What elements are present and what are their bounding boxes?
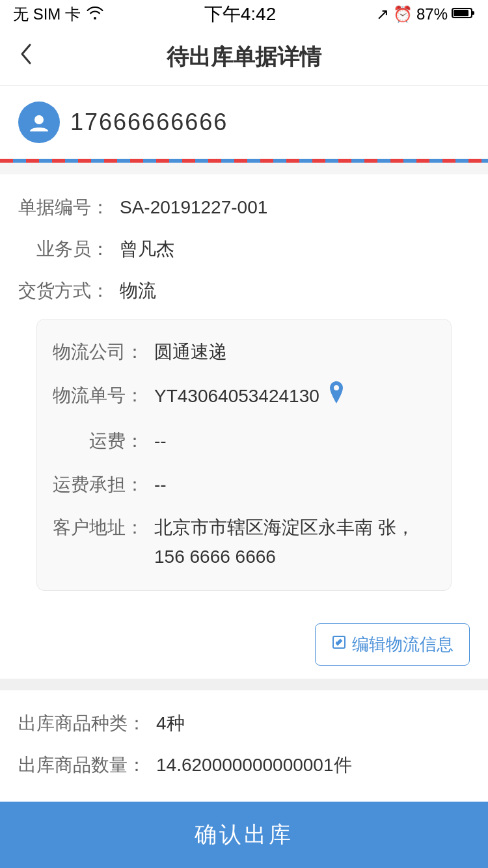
edit-logistics-button[interactable]: 编辑物流信息: [315, 623, 470, 666]
company-row: 物流公司： 圆通速递: [53, 338, 435, 367]
svg-point-3: [34, 115, 44, 124]
company-value: 圆通速递: [154, 338, 435, 367]
goods-type-row: 出库商品种类： 4种: [18, 710, 470, 737]
tracking-label: 物流单号：: [53, 381, 144, 411]
user-phone: 17666666666: [70, 109, 228, 136]
goods-quantity-label: 出库商品数量：: [18, 752, 146, 779]
salesman-value: 曾凡杰: [120, 236, 470, 263]
order-no-row: 单据编号： SA-20191227-001: [18, 194, 470, 221]
goods-section: 出库商品种类： 4种 出库商品数量： 14.620000000000001件: [0, 690, 488, 798]
freight-label: 运费：: [53, 427, 144, 456]
address-label: 客户地址：: [53, 513, 144, 543]
confirm-button[interactable]: 确认出库: [195, 820, 293, 850]
tracking-value: YT43064053424130: [154, 381, 435, 413]
dashed-divider: [0, 159, 488, 163]
order-no-value: SA-20191227-001: [120, 194, 470, 221]
status-left: 无 SIM 卡: [13, 4, 104, 25]
nav-bar: 待出库单据详情: [0, 29, 488, 86]
battery-label: 87%: [416, 5, 448, 23]
status-right: ↗ ⏰ 87%: [376, 5, 475, 23]
freight-bearer-value: --: [154, 470, 435, 500]
delivery-row: 交货方式： 物流: [18, 277, 470, 305]
company-label: 物流公司：: [53, 338, 144, 367]
order-no-label: 单据编号：: [18, 194, 109, 221]
wifi-icon: [86, 5, 104, 23]
delivery-label: 交货方式：: [18, 277, 109, 305]
location-status-icon: ↗: [376, 5, 389, 23]
goods-type-value: 4种: [156, 710, 470, 737]
confirm-button-container: 确认出库: [0, 802, 488, 868]
clock-icon: ⏰: [393, 5, 413, 23]
avatar: [18, 102, 60, 143]
freight-bearer-label: 运费承担：: [53, 470, 144, 500]
basic-info-section: 单据编号： SA-20191227-001 业务员： 曾凡杰 交货方式： 物流 …: [0, 174, 488, 610]
salesman-row: 业务员： 曾凡杰: [18, 236, 470, 263]
freight-row: 运费： --: [53, 427, 435, 456]
salesman-label: 业务员：: [18, 236, 109, 263]
goods-type-label: 出库商品种类：: [18, 710, 146, 737]
logistics-card: 物流公司： 圆通速递 物流单号： YT43064053424130 运费： --: [36, 319, 452, 591]
freight-value: --: [154, 427, 435, 456]
edit-icon: [331, 634, 347, 655]
page-title: 待出库单据详情: [167, 42, 321, 72]
back-button[interactable]: [18, 41, 34, 73]
status-bar: 无 SIM 卡 下午4:42 ↗ ⏰ 87%: [0, 0, 488, 29]
address-row: 客户地址： 北京市市辖区海淀区永丰南 张，156 6666 6666: [53, 513, 435, 572]
goods-quantity-value: 14.620000000000001件: [156, 752, 470, 779]
delivery-value: 物流: [120, 277, 470, 305]
goods-quantity-row: 出库商品数量： 14.620000000000001件: [18, 752, 470, 779]
status-time: 下午4:42: [204, 2, 277, 27]
tracking-location-icon[interactable]: [327, 381, 346, 413]
edit-logistics-label: 编辑物流信息: [352, 633, 454, 656]
svg-rect-1: [454, 10, 468, 16]
svg-rect-2: [472, 11, 474, 15]
edit-logistics-container: 编辑物流信息: [0, 610, 488, 679]
address-value: 北京市市辖区海淀区永丰南 张，156 6666 6666: [154, 513, 435, 572]
user-header: 17666666666: [0, 86, 488, 159]
tracking-row: 物流单号： YT43064053424130: [53, 381, 435, 413]
battery-icon: [452, 5, 475, 23]
freight-bearer-row: 运费承担： --: [53, 470, 435, 500]
carrier-label: 无 SIM 卡: [13, 4, 81, 25]
section-divider: [0, 679, 488, 690]
